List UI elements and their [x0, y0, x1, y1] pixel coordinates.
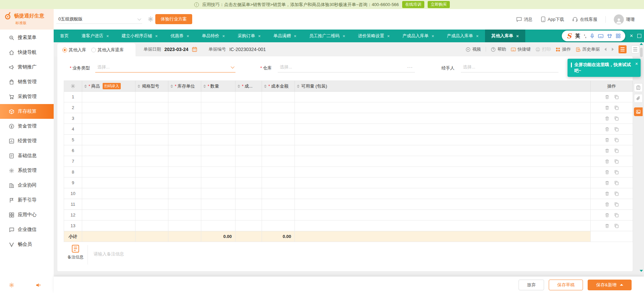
- table-cell[interactable]: [136, 167, 168, 178]
- collapse-speaker-icon[interactable]: [36, 282, 41, 288]
- table-cell[interactable]: [262, 156, 295, 167]
- table-cell[interactable]: [201, 178, 235, 188]
- copy-row-icon[interactable]: [614, 202, 619, 207]
- tab-close-icon[interactable]: ×: [106, 34, 109, 39]
- table-cell[interactable]: [136, 199, 168, 210]
- table-cell[interactable]: [295, 199, 591, 210]
- sidebar-item-chat[interactable]: 企业微信: [0, 222, 54, 237]
- table-cell[interactable]: [82, 124, 136, 135]
- tab-doc-1[interactable]: 邀客户进店×: [75, 30, 115, 42]
- discard-button[interactable]: 放弃: [519, 280, 544, 290]
- next-doc-arrow[interactable]: [612, 48, 614, 51]
- tab-close-icon[interactable]: ×: [186, 34, 189, 39]
- tab-home[interactable]: 首页: [54, 30, 75, 42]
- table-cell[interactable]: [235, 210, 262, 221]
- copy-row-icon[interactable]: [614, 105, 619, 110]
- delete-row-icon[interactable]: [605, 159, 609, 164]
- table-cell[interactable]: [262, 135, 295, 145]
- sort-icon[interactable]: [264, 85, 267, 88]
- table-cell[interactable]: [235, 113, 262, 124]
- buy-now-badge[interactable]: 立即购买: [428, 1, 450, 8]
- action-question-circle[interactable]: 帮助: [491, 46, 506, 52]
- tab-doc-8[interactable]: 进价策略设置×: [352, 30, 396, 42]
- table-cell[interactable]: [168, 167, 201, 178]
- prev-doc-arrow[interactable]: [604, 48, 606, 51]
- table-cell[interactable]: [136, 113, 168, 124]
- ime-language-indicator[interactable]: 英: [575, 33, 580, 39]
- table-cell[interactable]: [235, 167, 262, 178]
- table-cell[interactable]: [136, 188, 168, 199]
- tab-doc-5[interactable]: 采购订单×: [231, 30, 267, 42]
- table-cell[interactable]: [201, 221, 235, 231]
- scroll-down-arrow[interactable]: [640, 270, 643, 272]
- copy-row-icon[interactable]: [614, 148, 619, 153]
- table-cell[interactable]: [168, 102, 201, 113]
- copy-row-icon[interactable]: [614, 138, 619, 142]
- delete-row-icon[interactable]: [605, 148, 609, 153]
- copy-row-icon[interactable]: [614, 224, 619, 228]
- copy-row-icon[interactable]: [614, 170, 619, 175]
- delete-row-icon[interactable]: [605, 170, 609, 175]
- table-cell[interactable]: [82, 178, 136, 188]
- table-cell[interactable]: [295, 135, 591, 145]
- table-cell[interactable]: [136, 221, 168, 231]
- table-cell[interactable]: [82, 102, 136, 113]
- delete-row-icon[interactable]: [605, 138, 609, 142]
- table-cell[interactable]: [235, 221, 262, 231]
- sort-icon[interactable]: [138, 85, 140, 88]
- table-cell[interactable]: [235, 102, 262, 113]
- table-cell[interactable]: [262, 113, 295, 124]
- delete-row-icon[interactable]: [605, 116, 609, 121]
- table-cell[interactable]: [82, 199, 136, 210]
- tab-close-icon[interactable]: ×: [155, 34, 158, 39]
- table-cell[interactable]: [262, 92, 295, 102]
- table-cell[interactable]: [201, 199, 235, 210]
- delete-row-icon[interactable]: [605, 213, 609, 217]
- column-header-库存单位[interactable]: *库存单位: [168, 81, 201, 92]
- copy-row-icon[interactable]: [614, 127, 619, 132]
- table-cell[interactable]: [201, 210, 235, 221]
- table-cell[interactable]: [168, 92, 201, 102]
- sidebar-item-coin[interactable]: 资金管理: [0, 119, 54, 134]
- sort-icon[interactable]: [170, 85, 173, 88]
- delete-row-icon[interactable]: [605, 191, 609, 196]
- table-cell[interactable]: [168, 221, 201, 231]
- column-header-可用量 (包装)[interactable]: 可用量 (包装): [295, 81, 591, 92]
- sort-icon[interactable]: [203, 85, 206, 88]
- table-cell[interactable]: [82, 156, 136, 167]
- tab-close-icon[interactable]: ×: [343, 34, 345, 39]
- biz-type-select[interactable]: 选择...: [95, 62, 235, 72]
- table-cell[interactable]: [168, 188, 201, 199]
- table-cell[interactable]: [262, 145, 295, 156]
- table-cell[interactable]: [201, 135, 235, 145]
- online-training-badge[interactable]: 在线培训: [402, 1, 424, 8]
- radio-option[interactable]: 其他入库退库: [91, 47, 124, 53]
- table-cell[interactable]: [235, 135, 262, 145]
- column-header-成本金额[interactable]: *成本金额: [262, 81, 295, 92]
- table-cell[interactable]: [201, 92, 235, 102]
- tab-close-icon[interactable]: ×: [387, 34, 390, 39]
- mic-icon[interactable]: [590, 34, 594, 39]
- table-cell[interactable]: [136, 135, 168, 145]
- delete-row-icon[interactable]: [605, 105, 609, 110]
- table-cell[interactable]: [295, 113, 591, 124]
- table-cell[interactable]: [295, 124, 591, 135]
- scan-entry-badge[interactable]: 扫码录入: [103, 83, 121, 89]
- sort-icon[interactable]: [84, 85, 87, 88]
- table-cell[interactable]: [136, 178, 168, 188]
- tab-close-icon[interactable]: ×: [516, 34, 519, 39]
- table-cell[interactable]: [235, 145, 262, 156]
- sidebar-item-chart[interactable]: 经营管理: [0, 134, 54, 148]
- list-view-toggle-active[interactable]: [619, 45, 627, 53]
- copy-row-icon[interactable]: [614, 159, 619, 164]
- sort-icon[interactable]: [297, 85, 300, 88]
- table-cell[interactable]: [295, 92, 591, 102]
- action-keyboard[interactable]: 快捷键: [511, 46, 531, 52]
- table-cell[interactable]: [235, 156, 262, 167]
- warehouse-select[interactable]: 选择... ···: [278, 62, 415, 72]
- table-cell[interactable]: [136, 210, 168, 221]
- handler-select[interactable]: 选择...: [461, 62, 558, 72]
- tab-close-icon[interactable]: ×: [222, 34, 225, 39]
- sidebar-item-bag[interactable]: 销售管理: [0, 75, 54, 89]
- calendar-icon[interactable]: [192, 47, 197, 52]
